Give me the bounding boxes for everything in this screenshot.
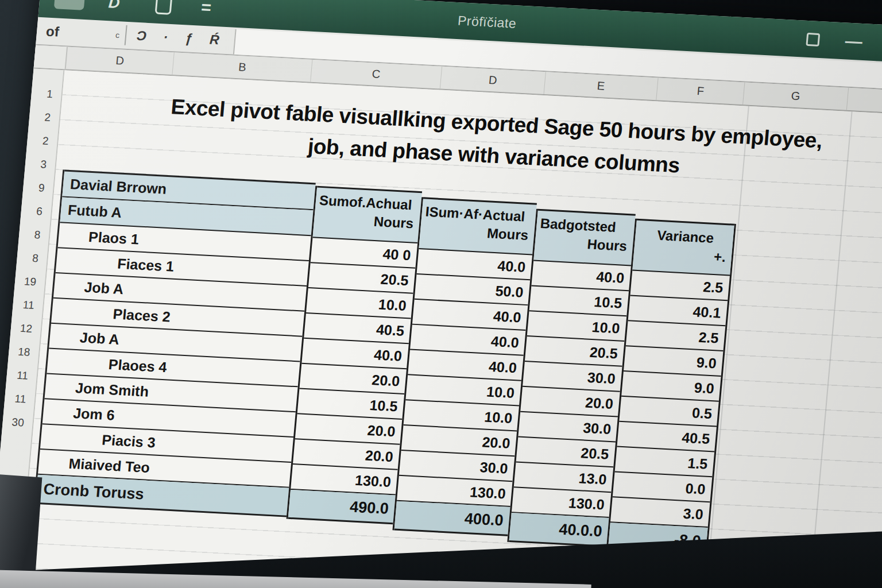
pivot-column-header[interactable]: Sumof.Achual Nours	[312, 186, 422, 243]
save-icon[interactable]	[154, 0, 172, 15]
pivot-column-header[interactable]: Badgotsted Hours	[533, 209, 636, 266]
pivot-total-cell[interactable]: 40.0.0	[509, 513, 609, 547]
row-header[interactable]: 30	[2, 410, 34, 435]
column-header[interactable]: D	[440, 67, 546, 94]
column-header[interactable]: F	[656, 78, 745, 105]
column-header[interactable]: D	[66, 47, 175, 75]
row-header[interactable]: 3	[24, 152, 56, 177]
row-header[interactable]: 18	[8, 339, 40, 365]
row-header[interactable]: 12	[10, 316, 42, 341]
laptop-screen: D = Pröfïčiate — + of c Ɔ·ƒŔ	[0, 0, 882, 588]
row-header[interactable]: 11	[12, 292, 44, 318]
pivot-total-cell[interactable]: 490.0	[288, 490, 396, 524]
pivot-total-cell[interactable]: 400.0	[394, 501, 510, 536]
row-header[interactable]: 9	[22, 175, 55, 200]
column-header[interactable]: G	[743, 82, 849, 110]
row-header[interactable]: 6	[20, 199, 52, 224]
formula-button-icon[interactable]: ƒ	[184, 30, 193, 47]
pivot-table: Davial Brrown Futub A Plaos 1Fiaces 1Job…	[32, 169, 882, 566]
row-header[interactable]: 2	[29, 105, 61, 130]
row-header[interactable]: 11	[4, 386, 36, 412]
file-menu-icon[interactable]: D	[108, 0, 121, 12]
row-header[interactable]: 2	[26, 128, 59, 153]
select-all-corner[interactable]	[34, 45, 68, 69]
formula-button-icon[interactable]: Ɔ	[136, 28, 147, 44]
formula-button-icon[interactable]: Ŕ	[209, 32, 220, 48]
sheet-body: 1223968819111218111130 Excel pivot fable…	[0, 69, 882, 588]
menu-icon[interactable]: =	[200, 0, 211, 17]
window-controls: — +	[805, 21, 882, 62]
app-logo-icon	[54, 0, 86, 10]
formula-button-icon[interactable]: ·	[163, 29, 169, 45]
window-title: Pröfïčiate	[457, 13, 517, 32]
pivot-column-header[interactable]: ISum·Af·Actual Mours	[419, 197, 537, 255]
pivot-name-column: Davial Brrown Futub A Plaos 1Fiaces 1Job…	[33, 169, 315, 517]
pivot-column-header[interactable]: Variance +.	[632, 219, 734, 276]
name-box[interactable]: of c	[36, 17, 126, 49]
restore-icon[interactable]	[806, 32, 821, 46]
row-header[interactable]: 19	[14, 269, 46, 294]
name-box-value: of	[45, 23, 60, 40]
row-header[interactable]: 8	[16, 246, 48, 271]
name-box-dropdown-icon[interactable]: c	[115, 30, 119, 39]
row-header[interactable]: 1	[30, 81, 63, 106]
row-header[interactable]: 8	[18, 222, 51, 247]
formula-buttons: Ɔ·ƒŔ	[125, 22, 235, 55]
sheet-canvas: Excel pivot fable visuallking exported S…	[18, 70, 882, 588]
minimize-icon[interactable]: —	[844, 32, 863, 50]
row-header[interactable]: 11	[6, 363, 38, 388]
laptop-photo: D = Pröfïčiate — + of c Ɔ·ƒŔ	[0, 0, 882, 588]
